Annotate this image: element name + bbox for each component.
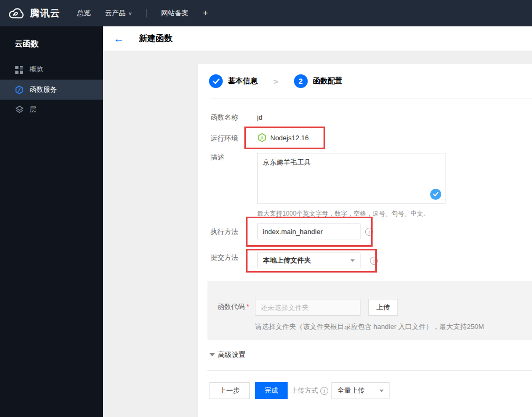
caret-down-icon — [350, 259, 355, 262]
brand-name: 腾讯云 — [30, 7, 60, 20]
valid-check-icon — [430, 189, 441, 200]
nav-item-website-registration[interactable]: 网站备案 — [161, 8, 188, 18]
previous-step-button[interactable]: 上一步 — [210, 382, 250, 399]
upload-mode-select[interactable]: 全量上传 — [331, 382, 390, 399]
runtime-value: Nodejs12.16 — [270, 134, 309, 142]
chevron-right-icon: > — [273, 77, 278, 86]
function-name-value: jd — [257, 112, 262, 123]
nav-item-overview[interactable]: 总览 — [77, 8, 91, 18]
function-code-hint: 请选择文件夹（该文件夹根目录应包含 handler 入口文件），最大支持250M — [255, 322, 484, 332]
required-asterisk: * — [246, 303, 249, 311]
nav-divider — [146, 9, 147, 17]
grid-icon — [15, 65, 24, 74]
description-hint: 最大支持1000个英文字母，数字，空格，逗号、句号、中文。 — [257, 209, 430, 218]
handler-label: 执行方法 — [211, 227, 238, 237]
caret-down-icon — [379, 390, 384, 392]
function-code-section: 函数代码* 上传 请选择文件夹（该文件夹根目录应包含 handler 入口文件）… — [207, 281, 532, 340]
step-indicator: 基本信息 > 2 函数配置 — [209, 74, 343, 88]
sidebar-item-overview[interactable]: 概览 — [0, 60, 103, 80]
sidebar-item-layers[interactable]: 层 — [0, 100, 103, 120]
advanced-settings-label: 高级设置 — [218, 350, 245, 360]
nodejs-icon: js — [258, 133, 267, 142]
handler-input[interactable] — [257, 224, 360, 239]
runtime-value-row: js Nodejs12.16 — [258, 133, 309, 142]
create-function-card: 基本信息 > 2 函数配置 函数名称 jd 运行环境 js Nodejs12.1… — [198, 64, 532, 417]
upload-button[interactable]: 上传 — [368, 299, 398, 316]
step-label-function-config: 函数配置 — [313, 76, 343, 86]
function-name-label: 函数名称 — [211, 112, 238, 123]
steps-divider — [211, 99, 532, 99]
description-textarea[interactable]: 京东薅羊毛工具 — [257, 153, 445, 204]
submit-method-select[interactable]: 本地上传文件夹 — [257, 253, 360, 268]
description-field-wrap: 京东薅羊毛工具 — [257, 153, 445, 204]
finish-button[interactable]: 完成 — [255, 382, 288, 399]
upload-mode-label: 上传方式 i — [291, 382, 328, 399]
nav-item-cloud-products[interactable]: 云产品∨ — [105, 8, 132, 18]
function-code-label: 函数代码* — [217, 302, 249, 312]
description-label: 描述 — [211, 152, 224, 163]
submit-method-info-icon[interactable]: i — [370, 257, 378, 265]
sidebar-item-label: 函数服务 — [30, 85, 57, 94]
layers-icon — [15, 105, 24, 114]
back-arrow-icon[interactable]: ← — [113, 33, 124, 44]
submit-method-value: 本地上传文件夹 — [263, 256, 311, 265]
advanced-settings-toggle[interactable]: 高级设置 — [210, 350, 245, 360]
tencent-cloud-logo-icon — [7, 7, 25, 20]
sidebar-item-label: 层 — [30, 105, 36, 114]
chevron-down-icon: ∨ — [128, 11, 132, 16]
page-header: ← 新建函数 — [103, 26, 532, 51]
handler-info-icon[interactable]: i — [365, 228, 373, 236]
nav-add-button[interactable]: + — [203, 8, 208, 18]
step-done-check-icon — [209, 74, 223, 88]
step-number-badge: 2 — [294, 74, 308, 88]
submit-method-label: 提交方法 — [211, 253, 238, 263]
footer-divider — [207, 370, 532, 371]
page-title: 新建函数 — [139, 33, 173, 44]
folder-path-input[interactable] — [255, 299, 360, 316]
svg-text:js: js — [260, 135, 264, 140]
caret-down-icon — [210, 353, 215, 356]
sidebar-title: 云函数 — [0, 26, 103, 60]
step-label-basic-info: 基本信息 — [228, 76, 258, 86]
upload-mode-value: 全量上传 — [337, 386, 365, 395]
top-navbar: 腾讯云 总览 云产品∨ 网站备案 + — [0, 0, 532, 26]
function-icon — [15, 85, 24, 94]
upload-mode-info-icon[interactable]: i — [320, 387, 328, 395]
sidebar: 云函数 概览 函数服务 层 — [0, 26, 103, 417]
brand[interactable]: 腾讯云 — [7, 7, 60, 20]
sidebar-item-function-service[interactable]: 函数服务 — [0, 80, 103, 100]
sidebar-item-label: 概览 — [30, 65, 43, 74]
runtime-label: 运行环境 — [211, 133, 238, 144]
